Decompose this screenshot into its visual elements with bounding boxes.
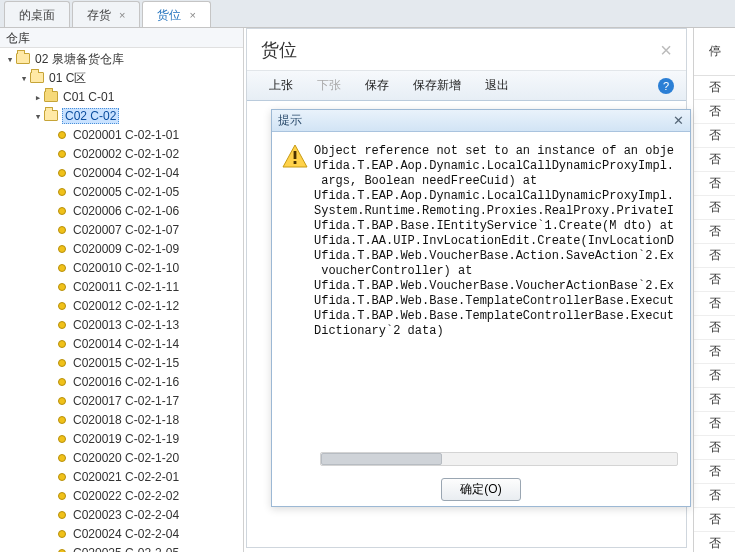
tree-node-label: C020011 C-02-1-11 — [72, 280, 180, 294]
bullet-icon — [58, 169, 66, 177]
close-icon[interactable]: × — [189, 9, 195, 21]
tree-node-bin[interactable]: C020019 C-02-1-19 — [4, 430, 243, 449]
tree-node-warehouse[interactable]: ▾02 泉塘备货仓库 — [4, 50, 243, 69]
close-icon[interactable]: ✕ — [673, 113, 684, 128]
warning-icon — [282, 144, 314, 464]
save-new-button[interactable]: 保存新增 — [403, 75, 471, 96]
bullet-icon — [58, 359, 66, 367]
svg-rect-1 — [294, 151, 297, 159]
save-button[interactable]: 保存 — [355, 75, 399, 96]
location-dialog: 货位 × 上张 下张 保存 保存新增 退出 ? 提示 ✕ — [246, 28, 687, 548]
bullet-icon — [58, 492, 66, 500]
tree-node-bin[interactable]: C020017 C-02-1-17 — [4, 392, 243, 411]
tree-node-label: C01 C-01 — [62, 90, 115, 104]
exit-button[interactable]: 退出 — [475, 75, 519, 96]
column-cell: 否 — [694, 172, 735, 196]
tree-node-label: C020010 C-02-1-10 — [72, 261, 180, 275]
column-cell: 否 — [694, 388, 735, 412]
tree-node-bin[interactable]: C020025 C-02-2-05 — [4, 544, 243, 552]
prompt-title: 提示 — [278, 112, 302, 129]
tree-node-bin[interactable]: C020015 C-02-1-15 — [4, 354, 243, 373]
svg-rect-2 — [294, 161, 297, 164]
folder-open-icon — [44, 110, 58, 121]
tree-node-label: C020019 C-02-1-19 — [72, 432, 180, 446]
tree-node-bin[interactable]: C020021 C-02-2-01 — [4, 468, 243, 487]
tree-node-bin[interactable]: C020022 C-02-2-02 — [4, 487, 243, 506]
tree-node-bin[interactable]: C020002 C-02-1-02 — [4, 145, 243, 164]
right-column: 停 否否否否否否否否否否否否否否否否否否否否 — [693, 28, 735, 552]
collapse-icon[interactable]: ▾ — [4, 50, 16, 69]
bullet-icon — [58, 131, 66, 139]
tree-node-bin[interactable]: C020016 C-02-1-16 — [4, 373, 243, 392]
column-cell: 否 — [694, 148, 735, 172]
column-cell: 否 — [694, 244, 735, 268]
column-header: 停 — [694, 28, 735, 76]
tree: ▾02 泉塘备货仓库 ▾01 C区 ▸C01 C-01 ▾C02 C-02 C0… — [0, 48, 243, 552]
bullet-icon — [58, 454, 66, 462]
column-cell: 否 — [694, 532, 735, 552]
next-button[interactable]: 下张 — [307, 75, 351, 96]
tree-node-bin[interactable]: C020007 C-02-1-07 — [4, 221, 243, 240]
bullet-icon — [58, 188, 66, 196]
bullet-icon — [58, 511, 66, 519]
help-icon[interactable]: ? — [658, 78, 674, 94]
tree-node-bin[interactable]: C020023 C-02-2-04 — [4, 506, 243, 525]
tree-node-label: C020001 C-02-1-01 — [72, 128, 180, 142]
column-cell: 否 — [694, 124, 735, 148]
tab-inventory[interactable]: 存货× — [72, 1, 140, 27]
tree-node-bin[interactable]: C020005 C-02-1-05 — [4, 183, 243, 202]
tree-node-label: C020004 C-02-1-04 — [72, 166, 180, 180]
tree-node-area[interactable]: ▾01 C区 — [4, 69, 243, 88]
tree-node-bin[interactable]: C020012 C-02-1-12 — [4, 297, 243, 316]
tree-node-bin[interactable]: C020006 C-02-1-06 — [4, 202, 243, 221]
column-cell: 否 — [694, 316, 735, 340]
tree-node-bin[interactable]: C020024 C-02-2-04 — [4, 525, 243, 544]
tree-node-bin[interactable]: C020013 C-02-1-13 — [4, 316, 243, 335]
tree-node-bin[interactable]: C020010 C-02-1-10 — [4, 259, 243, 278]
ok-button[interactable]: 确定(O) — [441, 478, 520, 501]
column-cell: 否 — [694, 460, 735, 484]
tab-location[interactable]: 货位× — [142, 1, 210, 27]
scrollbar-thumb[interactable] — [321, 453, 442, 465]
tree-node-label: C020018 C-02-1-18 — [72, 413, 180, 427]
bullet-icon — [58, 530, 66, 538]
bullet-icon — [58, 473, 66, 481]
dialog-toolbar: 上张 下张 保存 保存新增 退出 ? — [247, 71, 686, 101]
prompt-titlebar: 提示 ✕ — [272, 110, 690, 132]
prev-button[interactable]: 上张 — [259, 75, 303, 96]
tree-node-bin[interactable]: C020009 C-02-1-09 — [4, 240, 243, 259]
dialog-title: 货位 — [261, 29, 297, 71]
tree-node-label: C020005 C-02-1-05 — [72, 185, 180, 199]
bullet-icon — [58, 207, 66, 215]
folder-icon — [44, 91, 58, 102]
tree-node-bin[interactable]: C020020 C-02-1-20 — [4, 449, 243, 468]
tree-node-rack-c01[interactable]: ▸C01 C-01 — [4, 88, 243, 107]
collapse-icon[interactable]: ▾ — [18, 69, 30, 88]
tree-node-label: 02 泉塘备货仓库 — [34, 52, 125, 66]
error-message: Object reference not set to an instance … — [314, 144, 680, 464]
collapse-icon[interactable]: ▾ — [32, 107, 44, 126]
tab-desktop[interactable]: 的桌面 — [4, 1, 70, 27]
close-icon[interactable]: × — [119, 9, 125, 21]
expand-icon[interactable]: ▸ — [32, 88, 44, 107]
tab-label: 的桌面 — [19, 8, 55, 22]
tree-node-bin[interactable]: C020014 C-02-1-14 — [4, 335, 243, 354]
tree-node-rack-c02[interactable]: ▾C02 C-02 — [4, 107, 243, 126]
bullet-icon — [58, 435, 66, 443]
bullet-icon — [58, 378, 66, 386]
column-cell: 否 — [694, 220, 735, 244]
tree-node-bin[interactable]: C020011 C-02-1-11 — [4, 278, 243, 297]
column-cell: 否 — [694, 484, 735, 508]
tree-node-bin[interactable]: C020001 C-02-1-01 — [4, 126, 243, 145]
bullet-icon — [58, 264, 66, 272]
tree-node-label: C020014 C-02-1-14 — [72, 337, 180, 351]
tree-node-label: C020023 C-02-2-04 — [72, 508, 180, 522]
tree-node-bin[interactable]: C020004 C-02-1-04 — [4, 164, 243, 183]
tree-node-label: C020017 C-02-1-17 — [72, 394, 180, 408]
tree-node-bin[interactable]: C020018 C-02-1-18 — [4, 411, 243, 430]
close-icon[interactable]: × — [660, 29, 672, 71]
horizontal-scrollbar[interactable] — [320, 452, 678, 466]
bullet-icon — [58, 245, 66, 253]
tab-bar: 的桌面 存货× 货位× — [0, 0, 735, 28]
content-area: 货位 × 上张 下张 保存 保存新增 退出 ? 提示 ✕ — [244, 28, 693, 552]
